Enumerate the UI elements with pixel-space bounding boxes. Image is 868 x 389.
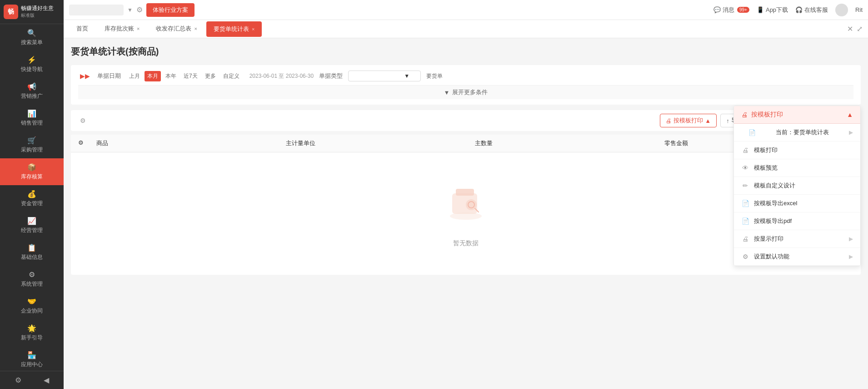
sidebar-item-inventory[interactable]: 📦 库存核算 [0, 158, 64, 185]
sidebar-item-marketing[interactable]: 📢 营销推广 [0, 78, 64, 105]
date-btn-more[interactable]: 更多 [202, 71, 219, 81]
table-header-unit: 主计量单位 [286, 139, 475, 147]
dropdown-item-template-preview[interactable]: 👁 模板预览 [734, 159, 860, 177]
sidebar-item-guide[interactable]: 🌟 新手引导 [0, 319, 64, 346]
date-btn-this-year[interactable]: 本年 [163, 71, 179, 81]
lightning-icon: ⚡ [27, 56, 36, 64]
sidebar: 畅 畅赚通好生意 标准版 🔍 搜索菜单 ⚡ 快捷导航 📢 营销推广 📊 销售管理… [0, 0, 64, 389]
topbar: ▼ ⚙ 体验行业方案 💬 消息 99+ 📱 App下载 🎧 在线客服 Rit [64, 0, 868, 20]
current-template-chevron: ▶ [849, 129, 853, 136]
date-range-display: 2023-06-01 至 2023-06-30 [249, 72, 314, 80]
template-pdf-label: 按模板导出pdf [754, 217, 792, 225]
dropdown-item-template-print[interactable]: 🖨 模板打印 [734, 141, 860, 159]
sidebar-item-enterprise[interactable]: 🤝 企业协同 [0, 293, 64, 319]
print-label: 按模板打印 [673, 116, 703, 125]
search-icon: 🔍 [27, 29, 36, 37]
template-pdf-icon: 📄 [741, 217, 749, 225]
tab-receivables-close[interactable]: × [194, 26, 197, 31]
trial-button[interactable]: 体验行业方案 [146, 3, 195, 17]
sidebar-item-search[interactable]: 🔍 搜索菜单 [0, 24, 64, 51]
dropdown-section-set-default[interactable]: ⚙ 设置默认功能 ▶ [734, 248, 860, 266]
sidebar-item-operations[interactable]: 📈 经营管理 [0, 212, 64, 239]
date-btn-7days[interactable]: 近7天 [181, 71, 200, 81]
operations-icon: 📈 [27, 217, 36, 225]
sidebar-item-quick-nav[interactable]: ⚡ 快捷导航 [0, 51, 64, 78]
print-chevron-icon: ▲ [705, 117, 711, 124]
dropdown-header: 🖨 按模板打印 ▲ [734, 106, 860, 124]
sidebar-item-apps[interactable]: 🏪 应用中心 [0, 346, 64, 371]
dropdown-item-template-excel[interactable]: 📄 按模板导出excel [734, 195, 860, 212]
dropdown-current-template[interactable]: 📄 当前：要货单统计表 ▶ [734, 124, 860, 141]
user-name: Rit [855, 6, 863, 13]
online-service-action[interactable]: 🎧 在线客服 [795, 6, 828, 14]
topbar-gear-icon[interactable]: ⚙ [136, 5, 143, 14]
message-action[interactable]: 💬 消息 99+ [713, 6, 749, 14]
sidebar-item-sales[interactable]: 📊 销售管理 [0, 105, 64, 131]
tab-home[interactable]: 首页 [69, 21, 95, 37]
expand-filter-button[interactable]: ▶▶ [78, 71, 92, 81]
export-icon: ↑ [726, 117, 729, 124]
sidebar-item-label: 库存核算 [21, 173, 43, 181]
expand-more-label: 展开更多条件 [452, 88, 488, 96]
display-print-label: 按显示打印 [754, 235, 783, 243]
template-print-label: 模板打印 [754, 146, 778, 154]
main-content: ▼ ⚙ 体验行业方案 💬 消息 99+ 📱 App下载 🎧 在线客服 Rit 首… [64, 0, 868, 389]
tab-order-stats-close[interactable]: × [252, 26, 254, 32]
topbar-search-input[interactable] [69, 5, 124, 15]
more-filter-button[interactable]: ▼ 展开更多条件 [78, 85, 853, 99]
app-download-action[interactable]: 📱 App下载 [757, 6, 788, 14]
settings-icon[interactable]: ⚙ [78, 139, 84, 146]
tab-expand-button[interactable]: ⤢ [857, 25, 863, 33]
page-title: 要货单统计表(按商品) [71, 45, 861, 58]
sidebar-item-finance[interactable]: 💰 资金管理 [0, 185, 64, 212]
topbar-actions: 💬 消息 99+ 📱 App下载 🎧 在线客服 Rit [713, 4, 863, 16]
tab-inventory-batch-close[interactable]: × [137, 26, 140, 31]
user-avatar[interactable] [835, 4, 848, 16]
dropdown-item-template-design[interactable]: ✏ 模板自定义设计 [734, 177, 860, 195]
sidebar-item-label: 销售管理 [21, 119, 43, 127]
collapse-icon[interactable]: ◀ [44, 376, 49, 384]
chevron-down-icon: ▼ [444, 89, 450, 96]
sidebar-item-label: 经营管理 [21, 227, 43, 234]
headset-icon: 🎧 [795, 6, 803, 13]
phone-icon: 📱 [757, 6, 764, 13]
topbar-dropdown-icon[interactable]: ▼ [127, 7, 133, 13]
sidebar-item-basic[interactable]: 📋 基础信息 [0, 239, 64, 266]
bill-type-select[interactable]: ▼ [348, 71, 421, 81]
tab-order-stats[interactable]: 要货单统计表 × [206, 21, 262, 37]
sidebar-item-purchase[interactable]: 🛒 采购管理 [0, 131, 64, 158]
table-header-checkbox: ⚙ [78, 139, 96, 147]
dropdown-header-left: 🖨 按模板打印 [741, 111, 783, 119]
page-content: 要货单统计表(按商品) ▶▶ 单据日期 上月 本月 本年 近7天 更多 自定义 … [64, 38, 868, 389]
dropdown-section-display-print[interactable]: 🖨 按显示打印 ▶ [734, 230, 860, 248]
bill-type-label: 单据类型 [319, 72, 343, 80]
date-btn-custom[interactable]: 自定义 [220, 71, 242, 81]
dropdown-collapse-icon[interactable]: ▲ [847, 111, 853, 118]
tab-inventory-batch-label: 库存批次账 [105, 25, 134, 33]
set-default-chevron: ▶ [849, 253, 853, 260]
sidebar-logo: 畅 畅赚通好生意 标准版 [0, 0, 64, 24]
date-btn-last-month[interactable]: 上月 [126, 71, 143, 81]
set-default-icon: ⚙ [741, 253, 749, 260]
printer-icon: 🖨 [666, 117, 672, 124]
sidebar-item-system[interactable]: ⚙ 系统管理 [0, 266, 64, 293]
print-button[interactable]: 🖨 按模板打印 ▲ [660, 114, 717, 127]
tab-receivables[interactable]: 收发存汇总表 × [149, 21, 204, 37]
sidebar-item-label: 应用中心 [21, 361, 43, 369]
filter-section: ▶▶ 单据日期 上月 本月 本年 近7天 更多 自定义 2023-06-01 至… [71, 65, 861, 105]
set-default-label: 设置默认功能 [754, 253, 789, 261]
display-print-icon: 🖨 [741, 235, 749, 242]
tab-inventory-batch[interactable]: 库存批次账 × [97, 21, 147, 37]
gear-settings-icon[interactable]: ⚙ [78, 115, 88, 126]
sidebar-item-label: 企业协同 [21, 307, 43, 315]
dropdown-item-template-pdf[interactable]: 📄 按模板导出pdf [734, 212, 860, 230]
sidebar-item-label: 系统管理 [21, 280, 43, 288]
tab-receivables-label: 收发存汇总表 [156, 25, 191, 33]
settings-bottom-icon[interactable]: ⚙ [15, 376, 21, 384]
tab-close-all-button[interactable]: ✕ [847, 25, 853, 33]
message-label: 消息 [723, 6, 734, 14]
finance-icon: 💰 [27, 190, 36, 198]
purchase-icon: 🛒 [27, 136, 36, 145]
date-btn-this-month[interactable]: 本月 [145, 71, 161, 81]
logo-icon: 畅 [4, 5, 18, 19]
